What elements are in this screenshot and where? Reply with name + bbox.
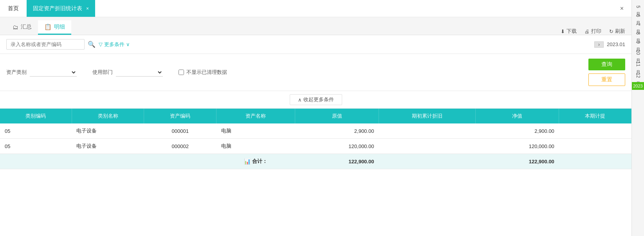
layers-icon: 🗂 (13, 24, 18, 30)
cell-net-value: 120,000.00 (475, 139, 559, 154)
cell-category-code: 05 (0, 139, 72, 154)
cell-asset-name: 电脑 (216, 123, 295, 139)
cell-net-value: 2,900.00 (475, 123, 559, 139)
filter-icon: ▽ (99, 41, 103, 47)
assets-table: 类别编码 类别名称 资产编码 资产名称 原值 期初累计折旧 净值 本期计提 05… (0, 109, 631, 169)
collapse-label: 收起更多条件 (303, 96, 334, 103)
download-label: 下载 (566, 28, 577, 35)
total-initial-depreciation (379, 154, 475, 169)
asset-category-label: 资产类别 (6, 69, 27, 76)
cell-current-depreciation (559, 123, 631, 139)
download-icon: ⬇ (561, 29, 565, 34)
table-container: 类别编码 类别名称 资产编码 资产名称 原值 期初累计折旧 净值 本期计提 05… (0, 109, 631, 236)
table-total-row: 📊 合计： 122,900.00 122,900.00 (0, 154, 631, 169)
right-panel-month-item[interactable]: 12月 (634, 70, 642, 80)
department-label: 使用部门 (92, 69, 113, 76)
toolbar-tabs: 🗂 汇总 📋 明细 ⬇ 下载 🖨 打印 ↻ 刷新 (0, 17, 631, 35)
print-label: 打印 (591, 28, 601, 35)
table-icon: 📊 (244, 158, 251, 164)
cell-initial-depreciation (379, 123, 475, 139)
col-asset-code: 资产编码 (144, 109, 216, 123)
hide-cleared-group: 不显示已清理数据 (179, 69, 227, 76)
right-panel-month-item[interactable]: 9月 (634, 39, 642, 46)
cell-category-name: 电子设备 (72, 139, 144, 154)
col-initial-depreciation: 期初累计折旧 (379, 109, 475, 123)
tab-summary[interactable]: 🗂 汇总 (6, 20, 38, 35)
total-net-value: 122,900.00 (475, 154, 559, 169)
cell-asset-name: 电脑 (216, 139, 295, 154)
scroll-right-button[interactable]: › (594, 41, 604, 48)
department-select[interactable] (116, 68, 163, 77)
hide-cleared-label: 不显示已清理数据 (186, 69, 227, 76)
asset-category-select[interactable] (30, 68, 77, 77)
search-icon[interactable]: 🔍 (88, 41, 96, 48)
date-display: 2023.01 (607, 41, 625, 47)
total-current-depreciation (559, 154, 631, 169)
cell-original-value: 2,900.00 (295, 123, 379, 139)
collapse-more-button[interactable]: ∧ 收起更多条件 (290, 94, 342, 105)
search-input[interactable] (6, 39, 85, 50)
global-close-icon[interactable]: × (612, 5, 631, 12)
right-panel-month-item[interactable]: 10月 (634, 47, 642, 57)
department-field: 使用部门 (92, 68, 163, 77)
right-panel-month-item[interactable]: 11月 (634, 59, 642, 69)
collapse-bar: ∧ 收起更多条件 (0, 91, 631, 109)
filter-bar: 🔍 ▽ 更多条件 ∨ › 2023.01 (0, 35, 631, 54)
cell-current-depreciation (559, 139, 631, 154)
cell-initial-depreciation (379, 139, 475, 154)
cell-original-value: 120,000.00 (295, 139, 379, 154)
refresh-icon: ↻ (609, 29, 613, 34)
right-panel: 5月6月7月8月9月10月11月12月2023 (631, 0, 644, 236)
hide-cleared-checkbox[interactable] (179, 70, 184, 75)
cell-category-code: 05 (0, 123, 72, 139)
total-label: 📊 合计： (216, 154, 295, 169)
table-header-row: 类别编码 类别名称 资产编码 资产名称 原值 期初累计折旧 净值 本期计提 (0, 109, 631, 123)
right-panel-month-item[interactable]: 5月 (634, 3, 642, 11)
nav-home[interactable]: 首页 (0, 0, 27, 17)
filter-more-label: 更多条件 (104, 41, 124, 48)
refresh-button[interactable]: ↻ 刷新 (609, 28, 625, 35)
chevron-up-icon: ∧ (298, 97, 302, 103)
col-asset-name: 资产名称 (216, 109, 295, 123)
right-panel-month-item[interactable]: 7月 (634, 21, 642, 28)
nav-tab-close-icon[interactable]: × (86, 6, 89, 11)
col-category-name: 类别名称 (72, 109, 144, 123)
advanced-filter: 资产类别 使用部门 不显示已清理数据 查询 重置 (0, 54, 631, 91)
tab-summary-label: 汇总 (21, 23, 32, 30)
chevron-down-icon: ∨ (126, 41, 130, 47)
reset-button[interactable]: 重置 (588, 73, 625, 86)
nav-tab-fixed-assets[interactable]: 固定资产折旧统计表 × (27, 0, 95, 17)
right-panel-year-badge[interactable]: 2023 (632, 82, 644, 90)
table-row: 05 电子设备 000002 电脑 120,000.00 120,000.00 (0, 139, 631, 154)
print-button[interactable]: 🖨 打印 (584, 28, 601, 35)
download-button[interactable]: ⬇ 下载 (561, 28, 577, 35)
tab-detail[interactable]: 📋 明细 (38, 20, 71, 35)
list-icon: 📋 (44, 23, 52, 30)
cell-asset-code: 000002 (144, 139, 216, 154)
col-current-depreciation: 本期计提 (559, 109, 631, 123)
col-net-value: 净值 (475, 109, 559, 123)
print-icon: 🖨 (584, 29, 590, 34)
top-nav: 首页 固定资产折旧统计表 × × (0, 0, 631, 17)
total-original-value: 122,900.00 (295, 154, 379, 169)
query-button[interactable]: 查询 (588, 59, 625, 70)
filter-more-button[interactable]: ▽ 更多条件 ∨ (99, 41, 130, 48)
table-row: 05 电子设备 000001 电脑 2,900.00 2,900.00 (0, 123, 631, 139)
toolbar-actions: ⬇ 下载 🖨 打印 ↻ 刷新 (561, 28, 625, 35)
right-panel-month-item[interactable]: 8月 (634, 30, 642, 37)
right-panel-month-item[interactable]: 6月 (634, 12, 642, 20)
tab-detail-label: 明细 (54, 23, 65, 30)
filter-actions: 查询 重置 (588, 59, 625, 86)
cell-asset-code: 000001 (144, 123, 216, 139)
asset-category-field: 资产类别 (6, 68, 77, 77)
cell-category-name: 电子设备 (72, 123, 144, 139)
refresh-label: 刷新 (615, 28, 625, 35)
total-label-cell (0, 154, 216, 169)
col-original-value: 原值 (295, 109, 379, 123)
col-category-code: 类别编码 (0, 109, 72, 123)
nav-tab-label: 固定资产折旧统计表 (33, 5, 82, 12)
